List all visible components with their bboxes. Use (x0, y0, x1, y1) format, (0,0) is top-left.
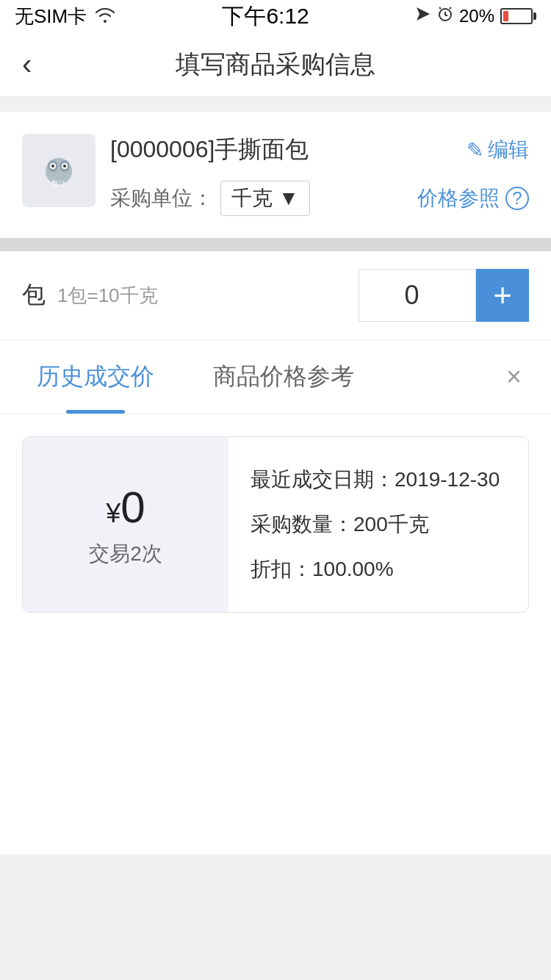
svg-marker-0 (417, 7, 430, 21)
carrier-text: 无SIM卡 (15, 4, 87, 29)
discount-row: 折扣：100.00% (251, 553, 506, 586)
wifi-icon (94, 5, 116, 28)
price-card-right: 最近成交日期：2019-12-30 采购数量：200千克 折扣：100.00% (228, 437, 528, 612)
price-cards-area: ¥0 交易2次 最近成交日期：2019-12-30 采购数量：200千克 折扣：… (0, 414, 551, 635)
price-display: ¥0 (106, 482, 145, 533)
price-card-left: ¥0 交易2次 (23, 437, 228, 612)
purchase-qty-row: 采购数量：200千克 (251, 508, 506, 541)
unit-label: 采购单位： (110, 184, 213, 212)
battery-icon (500, 8, 536, 24)
section-divider (0, 238, 551, 251)
qty-input-group: + (359, 269, 529, 322)
tab-history-price[interactable]: 历史成交价 (22, 340, 169, 414)
recent-date-row: 最近成交日期：2019-12-30 (251, 464, 506, 497)
status-bar: 无SIM卡 下午6:12 20% (0, 0, 551, 32)
qty-input[interactable] (359, 269, 476, 322)
product-section: 数计 [0000006]手撕面包 ✎ 编辑 采购单位： 千克 ▼ (0, 112, 551, 238)
svg-line-4 (439, 7, 441, 9)
price-card: ¥0 交易2次 最近成交日期：2019-12-30 采购数量：200千克 折扣：… (22, 436, 529, 613)
status-left: 无SIM卡 (15, 4, 116, 29)
tab-close-button[interactable]: × (499, 354, 529, 400)
unit-selector[interactable]: 千克 ▼ (220, 181, 310, 216)
product-logo-icon: 数计 (37, 145, 81, 196)
product-info: [0000006]手撕面包 ✎ 编辑 采购单位： 千克 ▼ 价格参照 ? (110, 134, 529, 216)
qty-plus-button[interactable]: + (476, 269, 529, 322)
price-ref-button[interactable]: 价格参照 ? (417, 184, 529, 212)
status-right: 20% (415, 6, 536, 26)
svg-text:数计: 数计 (51, 179, 66, 187)
nav-bar: ‹ 填写商品采购信息 (0, 32, 551, 97)
edit-icon: ✎ (467, 138, 483, 162)
battery-percent: 20% (459, 6, 494, 26)
svg-point-11 (51, 165, 54, 167)
edit-button[interactable]: ✎ 编辑 (467, 136, 529, 164)
dropdown-arrow-icon: ▼ (278, 187, 299, 210)
tab-bar: 历史成交价 商品价格参考 × (0, 340, 551, 414)
qty-unit-label: 包 (22, 279, 46, 311)
svg-line-5 (450, 7, 451, 9)
tab-price-ref[interactable]: 商品价格参考 (198, 340, 369, 414)
help-icon: ? (505, 187, 529, 210)
page-title: 填写商品采购信息 (176, 48, 375, 82)
alarm-icon (437, 6, 453, 26)
location-icon (415, 6, 431, 26)
status-time: 下午6:12 (222, 1, 309, 32)
bottom-panel: 历史成交价 商品价格参考 × ¥0 交易2次 最近成交日期：2019-12-30… (0, 340, 551, 854)
quantity-section: 包 1包=10千克 + (0, 251, 551, 340)
product-thumbnail: 数计 (22, 134, 96, 207)
trade-count: 交易2次 (89, 540, 162, 568)
qty-conversion-label: 1包=10千克 (57, 283, 158, 309)
product-name: [0000006]手撕面包 (110, 134, 309, 166)
back-button[interactable]: ‹ (22, 48, 32, 81)
svg-point-12 (63, 165, 66, 167)
